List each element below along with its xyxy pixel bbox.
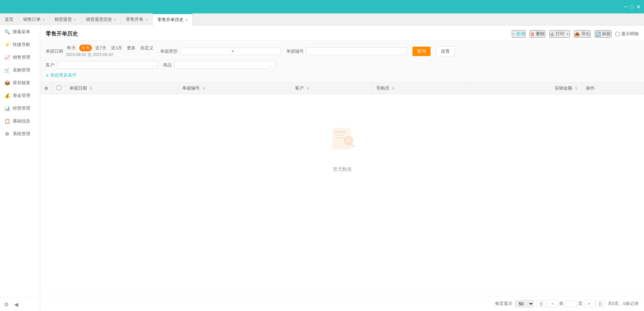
th-settings[interactable]: ⚙	[40, 83, 53, 94]
prev-page-btn[interactable]: ＜	[547, 300, 558, 308]
sidebar-label-finance: 资金管理	[13, 93, 30, 99]
sidebar: 🔍搜索采单⚡快捷导航📈销售管理🛒采购管理📦库存核算💰资金管理📊经营管理📋基础信息…	[0, 25, 40, 311]
sidebar-item-finance[interactable]: 💰资金管理	[0, 89, 40, 102]
doc-type-field: 单据类型 ▼	[160, 48, 281, 55]
product-label: 商品	[163, 62, 172, 68]
doc-no-field: 单据编号	[286, 47, 407, 55]
sort-icon-guide: ⇅	[392, 87, 395, 90]
sidebar-label-inventory: 库存核算	[13, 80, 30, 86]
page-header: 零售开单历史 + 新增 🗑 删除 🖨 打印 ▼ 📤 导出 🔄	[40, 25, 644, 41]
date-shortcuts: 昨天今天近7天近1月更多自定义	[66, 45, 155, 51]
next-page-btn[interactable]: ＞	[584, 300, 594, 308]
sidebar-settings-icon[interactable]: ⚙	[4, 301, 9, 308]
empty-icon	[326, 121, 359, 161]
customer-dots-icon[interactable]: ...	[151, 62, 155, 67]
sidebar-item-operations[interactable]: 📊经营管理	[0, 102, 40, 115]
sort-icon-customer: ⇅	[306, 87, 309, 90]
doc-no-input[interactable]	[309, 49, 404, 54]
tab-home[interactable]: 首页	[0, 13, 18, 25]
add-button[interactable]: + 新增	[512, 30, 526, 38]
date-shortcut-yesterday[interactable]: 昨天	[66, 45, 77, 51]
tab-close-retail-open[interactable]: ×	[145, 17, 147, 21]
display-detail-checkbox[interactable]: 显示明细	[615, 31, 639, 37]
customer-input[interactable]	[60, 62, 150, 67]
toolbar: + 新增 🗑 删除 🖨 打印 ▼ 📤 导出 🔄 刷新	[512, 30, 639, 38]
tab-sales-order[interactable]: 销售订单×	[18, 13, 50, 25]
date-shortcut-last1month[interactable]: 近1月	[110, 45, 123, 51]
th-checkbox[interactable]	[53, 83, 65, 94]
refresh-button[interactable]: 🔄 刷新	[595, 30, 611, 38]
sidebar-item-system[interactable]: ⚙系统管理	[0, 127, 40, 140]
settings-button[interactable]: 设置	[436, 46, 455, 56]
product-field: 商品 ...	[163, 61, 275, 69]
delete-button[interactable]: 🗑 删除	[530, 30, 545, 38]
print-button[interactable]: 🖨 打印 ▼	[549, 30, 570, 38]
tab-close-sales-return-history[interactable]: ×	[114, 17, 116, 21]
tab-close-sales-return[interactable]: ×	[74, 17, 76, 21]
sidebar-collapse-icon[interactable]: ◀	[14, 301, 18, 308]
maximize-btn[interactable]: □	[630, 4, 634, 10]
sidebar-item-purchase[interactable]: 🛒采购管理	[0, 64, 40, 76]
svg-rect-3	[334, 135, 344, 136]
product-input[interactable]	[178, 62, 267, 67]
sidebar-label-search: 搜索采单	[13, 29, 30, 35]
content-area: 零售开单历史 + 新增 🗑 删除 🖨 打印 ▼ 📤 导出 🔄	[40, 25, 644, 311]
customer-label: 客户	[46, 62, 54, 68]
th-customer[interactable]: 客户 ⇅	[291, 83, 372, 94]
close-btn[interactable]: ✕	[636, 4, 641, 10]
th-amount[interactable]: 实销金额 ⇅	[469, 83, 582, 94]
purchase-icon: 🛒	[4, 67, 10, 73]
page-number-input[interactable]: 1	[565, 300, 577, 307]
tab-label-retail-open-history: 零售开单历史	[157, 17, 184, 23]
sidebar-item-basic-info[interactable]: 📋基础信息	[0, 115, 40, 127]
per-page-select[interactable]: 102050100	[515, 300, 534, 308]
date-shortcut-custom[interactable]: 自定义	[139, 45, 155, 51]
select-all-checkbox[interactable]	[57, 86, 61, 90]
th-date[interactable]: 单据日期 ⇅	[65, 83, 178, 94]
export-button[interactable]: 📤 导出	[574, 30, 591, 38]
collapse-button[interactable]: ∧ 收起更多条件	[46, 72, 639, 78]
th-action: 操作	[582, 83, 644, 94]
sort-icon-date: ⇅	[90, 87, 92, 90]
minimize-btn[interactable]: ─	[624, 4, 628, 10]
delete-icon: 🗑	[530, 32, 535, 37]
sidebar-label-basic-info: 基础信息	[13, 118, 30, 124]
doc-type-select[interactable]: ▼	[180, 48, 281, 55]
date-label: 单据日期	[46, 48, 63, 54]
sidebar-item-shortcuts[interactable]: ⚡快捷导航	[0, 38, 40, 51]
sidebar-label-system: 系统管理	[13, 131, 30, 137]
query-button[interactable]: 查询	[412, 47, 431, 56]
dropdown-arrow-icon: ▼	[231, 49, 278, 54]
data-table: ⚙ 单据日期 ⇅ 单据编号 ⇅	[40, 83, 644, 94]
sidebar-item-inventory[interactable]: 📦库存核算	[0, 76, 40, 89]
top-bar: ─ □ ✕	[0, 0, 644, 13]
tab-sales-return-history[interactable]: 销货退货历史×	[81, 13, 121, 25]
doc-no-input-wrapper	[306, 47, 407, 55]
first-page-btn[interactable]: ⟨⟨	[537, 300, 546, 307]
date-shortcut-more[interactable]: 更多	[126, 45, 137, 51]
customer-input-wrapper: ...	[57, 61, 158, 69]
th-guide[interactable]: 导购员 ⇅	[372, 83, 469, 94]
product-dots-icon[interactable]: ...	[268, 62, 272, 67]
tab-retail-open[interactable]: 零售开单×	[121, 13, 152, 25]
system-icon: ⚙	[4, 131, 10, 137]
sidebar-footer: ⚙◀	[0, 298, 40, 311]
product-input-wrapper: ...	[175, 61, 275, 69]
sidebar-item-sales[interactable]: 📈销售管理	[0, 51, 40, 64]
page-suffix-label: 页	[578, 301, 583, 307]
date-shortcut-last7[interactable]: 近7天	[94, 45, 108, 51]
collapse-arrow-icon: ∧	[46, 73, 49, 78]
tab-close-sales-order[interactable]: ×	[43, 17, 45, 21]
tab-sales-return[interactable]: 销货退货×	[50, 13, 81, 25]
tab-close-retail-open-history[interactable]: ×	[186, 18, 188, 22]
sidebar-item-search[interactable]: 🔍搜索采单	[0, 25, 40, 38]
main-layout: 🔍搜索采单⚡快捷导航📈销售管理🛒采购管理📦库存核算💰资金管理📊经营管理📋基础信息…	[0, 25, 644, 311]
customer-field: 客户 ...	[46, 61, 158, 69]
date-field: 单据日期 昨天今天近7天近1月更多自定义 2023-06-02 至 2023-0…	[46, 45, 155, 58]
last-page-btn[interactable]: ⟩⟩	[596, 300, 605, 307]
tab-retail-open-history[interactable]: 零售开单历史×	[153, 13, 193, 25]
svg-rect-2	[334, 131, 346, 133]
date-shortcut-today[interactable]: 今天	[79, 45, 92, 51]
window-controls: ─ □ ✕	[624, 4, 641, 10]
th-no[interactable]: 单据编号 ⇅	[178, 83, 291, 94]
